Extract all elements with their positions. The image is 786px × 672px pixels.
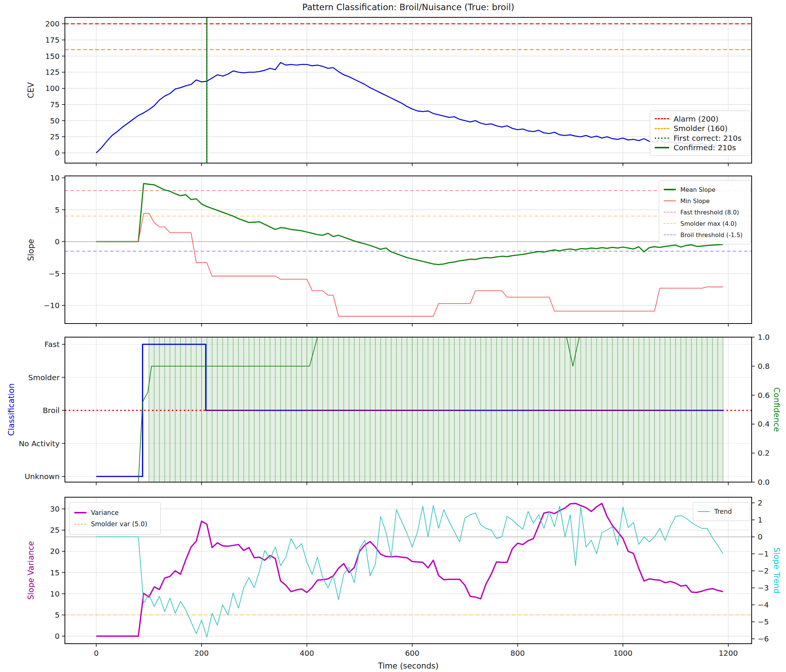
legend-label: Smolder (160) [674, 124, 728, 133]
category-label: Smolder [28, 373, 60, 382]
legend-cev: Alarm (200) Smolder (160) First correct:… [650, 111, 751, 156]
right-ytick-label: 0.8 [758, 362, 770, 371]
legend-item: Min Slope [664, 195, 746, 206]
ytick-label: 0 [55, 148, 60, 157]
xtick-label: 200 [194, 648, 209, 658]
ytick-label: 0 [55, 237, 60, 246]
variance-swatch [74, 512, 86, 513]
right-ytick-label: 0.0 [758, 478, 770, 486]
legend-item: Smolder (160) [655, 124, 746, 134]
axes-spines [65, 497, 751, 644]
ytick-label: 5 [55, 611, 60, 620]
right-y-axis-label: Confidence [772, 387, 781, 432]
right-ytick-label: 0.6 [758, 391, 770, 400]
series-variance [96, 503, 723, 636]
legend-item: Fast threshold (8.0) [664, 206, 746, 218]
mean-slope-swatch [664, 189, 676, 190]
chart-canvas [0, 0, 786, 672]
legend-item: First correct: 210s [655, 133, 746, 143]
series-cev [96, 63, 723, 153]
smolder-line-swatch [655, 128, 669, 129]
ytick-label: −10 [44, 301, 60, 310]
legend-variance: Variance Smolder var (5.0) [69, 502, 161, 535]
legend-item: Broil threshold (-1.5) [664, 229, 746, 241]
ytick-label: 100 [45, 84, 60, 93]
legend-label: Smolder var (5.0) [91, 520, 147, 528]
right-ytick-label: 1 [758, 515, 762, 524]
legend-label: Confirmed: 210s [674, 143, 736, 152]
xtick-label: 800 [511, 648, 525, 658]
ytick-label: 5 [55, 205, 60, 214]
ytick-label: 150 [45, 52, 60, 61]
right-ytick-label: 0 [758, 532, 762, 541]
x-axis-label: Time (seconds) [378, 661, 439, 670]
ytick-label: 10 [50, 173, 60, 183]
y-axis-label: CEV [27, 82, 36, 98]
legend-label: Alarm (200) [674, 114, 718, 123]
category-label: No Activity [19, 439, 60, 448]
right-ytick-label: −3 [758, 583, 769, 592]
legend-label: Variance [91, 509, 118, 516]
figure: Pattern Classification: Broil/Nuisance (… [0, 0, 786, 672]
ytick-label: 25 [50, 526, 60, 535]
ytick-label: 20 [50, 547, 60, 556]
ytick-label: 10 [50, 589, 60, 598]
chart-title: Pattern Classification: Broil/Nuisance (… [302, 2, 514, 12]
ytick-label: 25 [50, 132, 60, 141]
legend-item: Mean Slope [664, 184, 746, 195]
y-axis-label: Classification [7, 384, 16, 436]
right-ytick-label: 0.4 [758, 419, 770, 428]
right-y-axis-label: Slope Trend [772, 548, 781, 593]
legend-item: Variance [74, 507, 156, 518]
legend-item: Trend [698, 507, 745, 516]
category-label: Unknown [25, 472, 60, 481]
axes-spines [65, 176, 751, 324]
category-label: Broil [42, 406, 60, 415]
ytick-label: 15 [50, 568, 60, 577]
legend-label: Smolder max (4.0) [680, 220, 737, 227]
series-trend [96, 505, 723, 637]
right-ytick-label: −5 [758, 617, 769, 626]
ytick-label: 75 [50, 100, 60, 109]
smolder-max-swatch [664, 223, 676, 224]
ytick-label: −5 [49, 269, 60, 278]
legend-label: First correct: 210s [674, 134, 742, 143]
legend-slope: Mean Slope Min Slope Fast threshold (8.0… [659, 180, 751, 244]
smolder-var-swatch [74, 524, 86, 525]
ytick-label: 50 [50, 116, 60, 125]
right-ytick-label: −1 [758, 549, 769, 559]
y-axis-label: Slope [27, 239, 36, 261]
xtick-label: 1000 [613, 648, 632, 658]
first-correct-line-swatch [655, 137, 669, 139]
broil-threshold-swatch [664, 234, 676, 235]
category-label: Fast [44, 340, 60, 349]
legend-label: Mean Slope [680, 186, 715, 193]
legend-trend: Trend [693, 502, 750, 521]
xtick-label: 1200 [719, 648, 738, 658]
ytick-label: 175 [45, 36, 60, 44]
legend-item: Smolder max (4.0) [664, 218, 746, 229]
legend-label: Trend [714, 508, 732, 515]
series-min-slope [96, 213, 723, 316]
trend-swatch [698, 511, 710, 512]
legend-label: Broil threshold (-1.5) [680, 231, 743, 239]
ytick-label: 30 [50, 504, 60, 513]
series-mean-slope [96, 184, 723, 264]
legend-item: Confirmed: 210s [655, 143, 746, 153]
y-axis-label: Slope Variance [27, 541, 36, 600]
right-ytick-label: 1.0 [758, 333, 770, 342]
legend-label: Fast threshold (8.0) [680, 209, 739, 216]
ytick-label: 0 [55, 632, 60, 641]
confirmed-line-swatch [655, 147, 669, 148]
xtick-label: 600 [405, 648, 419, 658]
confirmed-region [149, 337, 723, 482]
right-ytick-label: −6 [758, 634, 769, 643]
xtick-label: 400 [300, 648, 314, 658]
fast-threshold-swatch [664, 212, 676, 212]
legend-item: Smolder var (5.0) [74, 518, 156, 530]
alarm-line-swatch [655, 118, 669, 119]
legend-label: Min Slope [680, 197, 710, 205]
ytick-label: 200 [45, 19, 60, 28]
xtick-label: 0 [94, 648, 99, 658]
min-slope-swatch [664, 200, 676, 201]
